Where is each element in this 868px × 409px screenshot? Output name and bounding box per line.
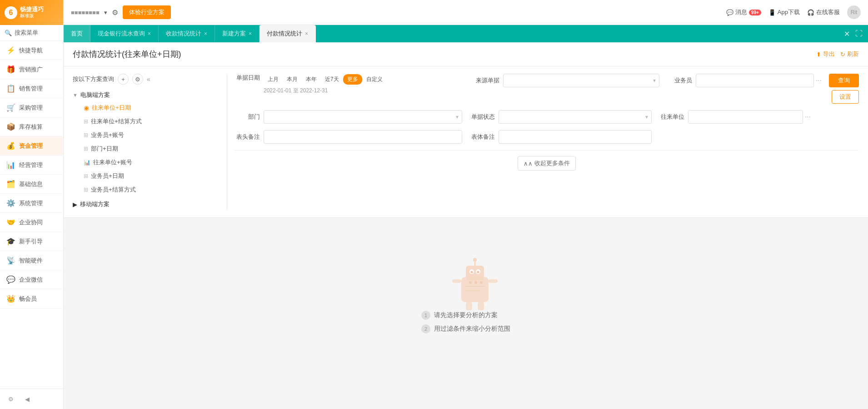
table-body-remark-input[interactable] xyxy=(499,130,652,144)
collapse-more-btn[interactable]: ∧∧ 收起更多条件 xyxy=(518,156,576,171)
date-btn-custom[interactable]: 自定义 xyxy=(362,74,387,85)
scheme-item-label: 业务员+账号 xyxy=(91,131,124,139)
partner-dots-btn[interactable]: ··· xyxy=(805,113,811,121)
trial-btn[interactable]: 体验行业方案 xyxy=(123,5,171,19)
voucher-status-control: ▾ xyxy=(499,110,652,124)
sidebar-item-system[interactable]: ⚙️ 系统管理 xyxy=(0,194,63,213)
date-btn-this-month[interactable]: 本月 xyxy=(283,74,302,85)
sidebar-item-sales[interactable]: 📋 销售管理 xyxy=(0,79,63,98)
tab-payment-stat[interactable]: 付款情况统计 × xyxy=(259,25,316,42)
sidebar-item-quick-nav[interactable]: ⚡ 快捷导航 xyxy=(0,41,63,60)
table-header-remark-input[interactable] xyxy=(264,130,462,144)
date-btn-this-year[interactable]: 本年 xyxy=(302,74,321,85)
export-btn[interactable]: ⬆ 导出 xyxy=(816,50,835,58)
topbar-settings-btn[interactable]: ⚙ xyxy=(112,8,118,17)
sidebar-item-label: 资金管理 xyxy=(19,142,43,150)
app-download-btn[interactable]: 📱 App下载 xyxy=(768,8,800,16)
mobile-scheme-group[interactable]: ▶ 移动端方案 xyxy=(73,197,219,210)
tab-home[interactable]: 首页 xyxy=(64,25,90,42)
scheme-item-label: 部门+日期 xyxy=(91,145,118,153)
footer-settings-btn[interactable]: ⚙ xyxy=(5,393,17,405)
maximize-btn[interactable]: ⛶ xyxy=(853,28,864,40)
staff-dots-btn[interactable]: ··· xyxy=(816,76,822,85)
mobile-group-label: 移动端方案 xyxy=(80,200,110,208)
tab-receipt-stat-label: 收款情况统计 xyxy=(166,30,201,38)
page-title: 付款情况统计(往来单位+日期) xyxy=(73,49,816,60)
sidebar-item-label: 畅会员 xyxy=(19,295,37,303)
user-avatar[interactable]: Rit xyxy=(847,5,861,19)
voucher-status-select[interactable] xyxy=(499,110,652,124)
scheme-item-label: 往来单位+日期 xyxy=(92,104,131,112)
scheme-item-staff-settle[interactable]: ⊞ 业务员+结算方式 xyxy=(80,183,219,197)
search-menu[interactable]: 🔍 搜索菜单 xyxy=(0,25,63,41)
scheme-add-btn[interactable]: + xyxy=(118,74,129,85)
topbar-dropdown-btn[interactable]: ▾ xyxy=(104,9,107,16)
page-header: 付款情况统计(往来单位+日期) ⬆ 导出 ↻ 刷新 xyxy=(64,42,868,66)
sidebar-item-label: 企业协同 xyxy=(19,218,43,227)
sidebar-item-wechat[interactable]: 💬 企业微信 xyxy=(0,270,63,289)
close-all-btn[interactable]: ✕ xyxy=(842,28,852,40)
scheme-item-label: 往来单位+账号 xyxy=(93,158,132,167)
filter-action-btns: 查询 设置 xyxy=(829,74,859,104)
step1-num: 1 xyxy=(421,311,430,320)
sidebar-item-label: 智能硬件 xyxy=(19,257,43,265)
sidebar-item-guide[interactable]: 🎓 新手引导 xyxy=(0,232,63,251)
message-icon: 💬 xyxy=(726,9,733,16)
scheme-item-partner-settle[interactable]: ⊞ 往来单位+结算方式 xyxy=(80,115,219,128)
collapse-row: ∧∧ 收起更多条件 xyxy=(234,150,859,176)
customer-service-btn[interactable]: 🎧 在线客服 xyxy=(807,8,840,16)
date-btn-more[interactable]: 更多 xyxy=(343,74,362,85)
tab-new-scheme[interactable]: 新建方案 × xyxy=(215,25,259,42)
date-btn-last-month[interactable]: 上月 xyxy=(264,74,283,85)
svg-rect-0 xyxy=(461,277,489,302)
sidebar-item-member[interactable]: 👑 畅会员 xyxy=(0,289,63,308)
scheme-settings-btn[interactable]: ⚙ xyxy=(132,74,143,85)
scheme-item-staff-account[interactable]: ⊞ 业务员+账号 xyxy=(80,128,219,142)
sidebar-item-label: 库存核算 xyxy=(19,123,43,131)
tab-home-label: 首页 xyxy=(71,30,83,38)
scheme-item-partner-account[interactable]: 📊 往来单位+账号 xyxy=(80,156,219,169)
scheme-item-partner-date[interactable]: ◉ 往来单位+日期 xyxy=(80,101,219,115)
refresh-btn[interactable]: ↻ 刷新 xyxy=(840,50,859,58)
sidebar-item-operations[interactable]: 📊 经营管理 xyxy=(0,156,63,175)
empty-steps-list: 1 请先选择要分析的方案 2 用过滤条件来缩小分析范围 xyxy=(421,311,510,338)
settings-btn[interactable]: 设置 xyxy=(832,90,859,104)
staff-input[interactable] xyxy=(696,74,813,87)
tab-receipt-stat-close[interactable]: × xyxy=(204,30,207,37)
tab-payment-stat-close[interactable]: × xyxy=(305,30,308,37)
basic-info-icon: 🗂️ xyxy=(6,180,15,188)
group2-arrow-icon: ▶ xyxy=(73,201,77,208)
scheme-item-dept-date[interactable]: ⊞ 部门+日期 xyxy=(80,142,219,156)
sidebar-item-hardware[interactable]: 📡 智能硬件 xyxy=(0,251,63,270)
tab-bank-flow[interactable]: 现金银行流水查询 × xyxy=(90,25,159,42)
sidebar-item-capital[interactable]: 💰 资金管理 xyxy=(0,136,63,156)
scheme-collapse-btn[interactable]: « xyxy=(147,76,150,83)
message-btn[interactable]: 💬 消息 99+ xyxy=(726,8,761,16)
partner-input[interactable] xyxy=(688,110,803,124)
topbar: ■■■■■■■■ ▾ ⚙ 体验行业方案 💬 消息 99+ 📱 App下载 🎧 在… xyxy=(64,0,868,25)
tab-new-scheme-close[interactable]: × xyxy=(249,30,252,37)
refresh-icon: ↻ xyxy=(840,51,845,58)
main-area: ■■■■■■■■ ▾ ⚙ 体验行业方案 💬 消息 99+ 📱 App下载 🎧 在… xyxy=(64,0,868,409)
svg-point-14 xyxy=(469,281,472,284)
scheme-panel: 按以下方案查询 + ⚙ « ▼ 电脑端方案 xyxy=(73,74,227,210)
service-icon: 🎧 xyxy=(807,9,814,16)
tab-receipt-stat[interactable]: 收款情况统计 × xyxy=(159,25,215,42)
sidebar-item-enterprise[interactable]: 🤝 企业协同 xyxy=(0,213,63,232)
export-label: 导出 xyxy=(823,50,835,58)
tab-bank-flow-close[interactable]: × xyxy=(148,30,151,37)
desktop-scheme-group[interactable]: ▼ 电脑端方案 xyxy=(73,89,219,101)
table-body-remark-control xyxy=(499,130,652,144)
sidebar-item-inventory[interactable]: 📦 库存核算 xyxy=(0,117,63,136)
footer-collapse-btn[interactable]: ◀ xyxy=(21,393,34,405)
source-select[interactable] xyxy=(503,74,660,87)
scheme-item-staff-date[interactable]: ⊞ 业务员+日期 xyxy=(80,169,219,183)
svg-point-15 xyxy=(474,281,477,284)
scheme-item-label: 往来单位+结算方式 xyxy=(91,117,142,126)
date-btn-7days[interactable]: 近7天 xyxy=(321,74,343,85)
sidebar-item-marketing[interactable]: 🎁 营销推广 xyxy=(0,60,63,79)
sidebar-item-purchase[interactable]: 🛒 采购管理 xyxy=(0,98,63,117)
query-btn[interactable]: 查询 xyxy=(829,74,859,87)
sidebar-item-basic-info[interactable]: 🗂️ 基础信息 xyxy=(0,175,63,194)
dept-select[interactable] xyxy=(264,110,462,124)
